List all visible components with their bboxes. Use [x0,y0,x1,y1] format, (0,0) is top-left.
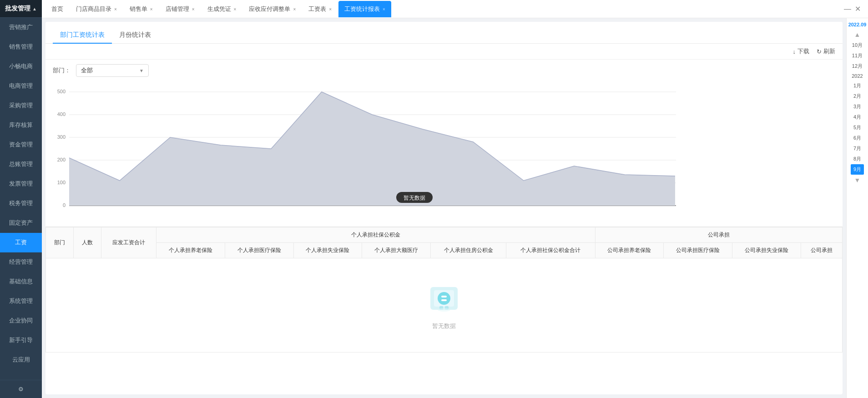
sidebar-item-经营管理[interactable]: 经营管理 [0,252,42,272]
empty-text: 暂无数据 [432,322,456,330]
tab-label: 店铺管理 [166,5,189,13]
tab-close-icon[interactable]: × [150,7,153,12]
sidebar-item-工资[interactable]: 工资 [0,233,42,252]
tab-门店商品目录[interactable]: 门店商品目录× [70,1,123,17]
refresh-button[interactable]: ↻ 刷新 [817,47,835,55]
sidebar-item-固定资产[interactable]: 固定资产 [0,213,42,233]
chart-area: 500 400 300 200 100 0 [45,81,843,227]
timeline-month-3月[interactable]: 3月 [851,101,863,112]
sidebar-item-基础信息[interactable]: 基础信息 [0,272,42,292]
svg-text:200: 200 [57,157,66,162]
sidebar-item-电商管理[interactable]: 电商管理 [0,76,42,96]
col-total-salary: 应发工资合计 [101,227,156,258]
sidebar-item-云应用[interactable]: 云应用 [0,350,42,370]
sidebar-item-采购管理[interactable]: 采购管理 [0,96,42,116]
sidebar-item-发票管理[interactable]: 发票管理 [0,174,42,194]
sub-tab-月份统计表[interactable]: 月份统计表 [112,27,158,44]
timeline-month-6月[interactable]: 6月 [851,133,863,143]
tab-销售单[interactable]: 销售单× [124,1,159,17]
sub-tab-部门工资统计表[interactable]: 部门工资统计表 [53,27,112,44]
timeline-month-5月[interactable]: 5月 [851,122,863,133]
data-table: 部门 人数 应发工资合计 个人承担社保公积金 公司承担 个人承担养老保险个人承担… [45,227,843,353]
sidebar: 批发管理 ▲ 营销推广销售管理小畅电商电商管理采购管理库存核算资金管理总账管理发… [0,0,42,398]
col-公司承担: 公司承担 [801,243,842,258]
timeline-down-arrow[interactable]: ▼ [853,175,863,186]
app-title: 批发管理 [5,5,30,13]
sidebar-item-资金管理[interactable]: 资金管理 [0,135,42,155]
refresh-label: 刷新 [823,47,835,55]
sidebar-item-小畅电商[interactable]: 小畅电商 [0,57,42,76]
col-公司承担养老保险: 公司承担养老保险 [595,243,664,258]
refresh-icon: ↻ [817,48,822,55]
tab-label: 工资统计报表 [344,5,380,13]
col-company-insurance: 公司承担 [595,227,842,243]
table-area[interactable]: 部门 人数 应发工资合计 个人承担社保公积金 公司承担 个人承担养老保险个人承担… [45,227,843,394]
tab-工资表[interactable]: 工资表× [303,1,338,17]
empty-state: 暂无数据 [51,262,837,348]
chevron-down-icon: ▼ [139,68,144,73]
timeline-panel: 2022.09 ▲ 10月11月12月20221月2月3月4月5月6月7月8月9… [846,18,868,398]
tab-label: 应收应付调整单 [249,5,290,13]
timeline-month-7月[interactable]: 7月 [851,143,863,154]
empty-icon [426,280,462,317]
download-button[interactable]: ↓ 下载 [793,47,810,55]
timeline-month-12月[interactable]: 12月 [851,61,863,71]
timeline-month-8月[interactable]: 8月 [851,154,863,164]
sidebar-item-企业协同[interactable]: 企业协同 [0,311,42,331]
svg-marker-12 [69,92,675,206]
tab-close-icon[interactable]: × [293,7,296,12]
close-icon[interactable]: ✕ [855,5,861,13]
sidebar-item-系统管理[interactable]: 系统管理 [0,292,42,311]
tab-label: 生成凭证 [207,5,231,13]
timeline-month-4月[interactable]: 4月 [851,112,863,122]
sidebar-item-新手引导[interactable]: 新手引导 [0,331,42,350]
main-area: 首页门店商品目录×销售单×店铺管理×生成凭证×应收应付调整单×工资表×工资统计报… [42,0,868,398]
col-count: 人数 [74,227,101,258]
timeline-month-10月[interactable]: 10月 [851,40,863,50]
col-dept: 部门 [46,227,74,258]
download-label: 下载 [797,47,809,55]
sidebar-item-总账管理[interactable]: 总账管理 [0,155,42,174]
tab-close-icon[interactable]: × [329,7,332,12]
timeline-month-1月[interactable]: 1月 [851,81,863,91]
sidebar-item-营销推广[interactable]: 营销推广 [0,18,42,37]
download-icon: ↓ [793,48,796,55]
col-个人承担医疗保险: 个人承担医疗保险 [225,243,293,258]
timeline-months: 10月11月12月20221月2月3月4月5月6月7月8月9月 [851,40,863,175]
tab-首页[interactable]: 首页 [45,1,69,17]
tab-应收应付调整单[interactable]: 应收应付调整单× [243,1,302,17]
sidebar-item-销售管理[interactable]: 销售管理 [0,37,42,57]
tab-label: 工资表 [308,5,326,13]
sidebar-item-税务管理[interactable]: 税务管理 [0,194,42,213]
col-个人承担社保公积金合计: 个人承担社保公积金合计 [506,243,595,258]
col-公司承担失业保险: 公司承担失业保险 [732,243,801,258]
page: 部门工资统计表月份统计表 ↓ 下载 ↻ 刷新 部门： 全部 ▼ [45,22,843,394]
svg-text:0: 0 [63,202,66,208]
col-personal-insurance: 个人承担社保公积金 [156,227,595,243]
svg-text:500: 500 [57,89,66,94]
dept-filter-select[interactable]: 全部 ▼ [76,64,149,77]
tab-close-icon[interactable]: × [234,7,237,12]
sidebar-item-库存核算[interactable]: 库存核算 [0,116,42,135]
timeline-up-arrow[interactable]: ▲ [853,29,863,40]
tab-工资统计报表[interactable]: 工资统计报表× [338,1,391,17]
timeline-current-date: 2022.09 [847,20,868,29]
sidebar-toggle-icon: ▲ [32,6,37,11]
col-个人承担大额医疗: 个人承担大额医疗 [362,243,431,258]
settings-button[interactable]: ⚙ [0,380,42,398]
sidebar-items: 营销推广销售管理小畅电商电商管理采购管理库存核算资金管理总账管理发票管理税务管理… [0,18,42,380]
tab-close-icon[interactable]: × [114,7,117,12]
timeline-month-11月[interactable]: 11月 [851,50,863,61]
minimize-icon[interactable]: — [844,5,851,13]
timeline-month-2月[interactable]: 2月 [851,91,863,101]
tab-店铺管理[interactable]: 店铺管理× [160,1,201,17]
dept-filter-label: 部门： [53,66,71,75]
svg-rect-19 [441,299,447,301]
tab-close-icon[interactable]: × [383,7,385,12]
col-个人承担失业保险: 个人承担失业保险 [293,243,362,258]
tab-生成凭证[interactable]: 生成凭证× [202,1,242,17]
sidebar-header[interactable]: 批发管理 ▲ [0,0,42,18]
timeline-year-2022[interactable]: 2022 [851,71,863,81]
timeline-month-9月[interactable]: 9月 [851,164,863,175]
tab-close-icon[interactable]: × [192,7,195,12]
